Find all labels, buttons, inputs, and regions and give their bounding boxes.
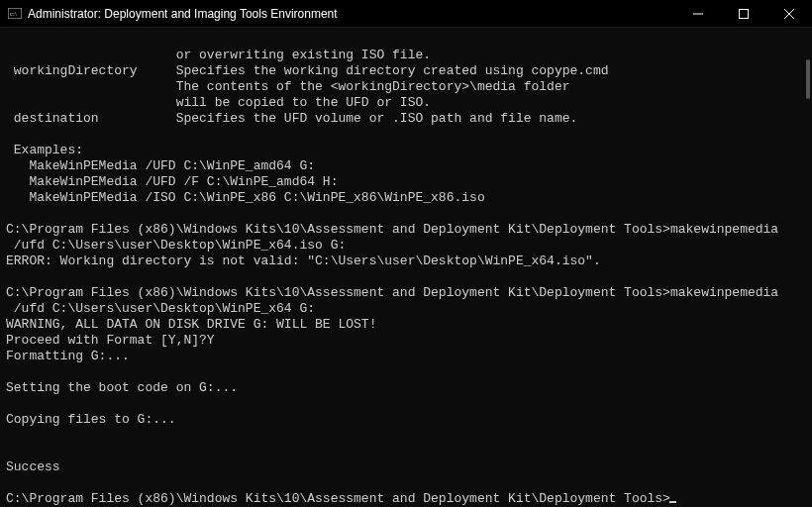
- output-line: MakeWinPEMedia /UFD C:\WinPE_amd64 G:: [6, 158, 315, 173]
- prompt: C:\Program Files (x86)\Windows Kits\10\A…: [6, 491, 670, 506]
- window-title: Administrator: Deployment and Imaging To…: [28, 7, 338, 21]
- prompt: C:\Program Files (x86)\Windows Kits\10\A…: [6, 285, 670, 300]
- close-button[interactable]: [766, 0, 812, 28]
- cmd-icon: c:\: [8, 8, 22, 20]
- output-line: destination Specifies the UFD volume or …: [6, 111, 577, 126]
- output-line: or overwriting existing ISO file.: [6, 48, 431, 62]
- error-line: ERROR: Working directory is not valid: "…: [6, 254, 601, 268]
- minimize-button[interactable]: [675, 0, 721, 28]
- output-line: Formatting G:...: [6, 349, 130, 363]
- output-line: workingDirectory Specifies the working d…: [6, 63, 609, 78]
- output-line: MakeWinPEMedia /ISO C:\WinPE_x86 C:\WinP…: [6, 190, 485, 205]
- output-line: Examples:: [6, 143, 83, 157]
- svg-text:c:\: c:\: [10, 10, 17, 18]
- command: makewinpemedia: [670, 285, 778, 300]
- output-line: The contents of the <workingDirectory>\m…: [6, 79, 570, 94]
- output-line: Setting the boot code on G:...: [6, 380, 238, 395]
- output-line: Copying files to G:...: [6, 412, 176, 427]
- title-bar-left: c:\ Administrator: Deployment and Imagin…: [8, 7, 338, 21]
- maximize-button[interactable]: [721, 0, 766, 28]
- scrollbar-thumb[interactable]: [806, 59, 810, 99]
- output-line: Proceed with Format [Y,N]?Y: [6, 333, 215, 348]
- command-cont: /ufd C:\Users\user\Desktop\WinPE_x64 G:: [6, 301, 315, 316]
- output-line: will be copied to the UFD or ISO.: [6, 95, 431, 110]
- output-line: MakeWinPEMedia /UFD /F C:\WinPE_amd64 H:: [6, 174, 338, 189]
- svg-rect-3: [740, 10, 749, 19]
- warning-line: WARNING, ALL DATA ON DISK DRIVE G: WILL …: [6, 317, 376, 332]
- output-line: Success: [6, 459, 60, 474]
- window-controls: [675, 0, 812, 27]
- command: makewinpemedia: [670, 222, 778, 237]
- terminal-output[interactable]: or overwriting existing ISO file. workin…: [0, 28, 812, 507]
- title-bar: c:\ Administrator: Deployment and Imagin…: [0, 0, 812, 28]
- prompt: C:\Program Files (x86)\Windows Kits\10\A…: [6, 222, 670, 237]
- cursor: [669, 501, 676, 503]
- command-cont: /ufd C:\Users\user\Desktop\WinPE_x64.iso…: [6, 238, 346, 253]
